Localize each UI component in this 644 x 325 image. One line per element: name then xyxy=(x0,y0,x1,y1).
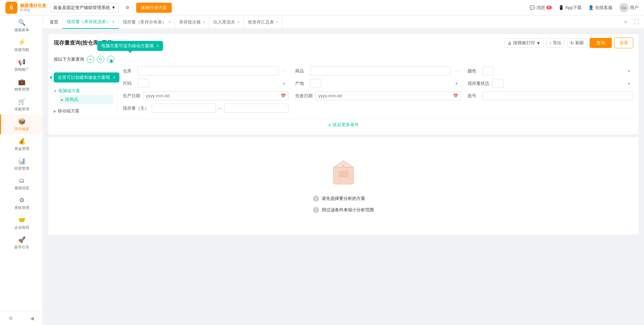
tab-receive-summary[interactable]: 收发存汇总表 × xyxy=(244,15,282,29)
sidebar-item-purchase[interactable]: 🛒 采购管理 xyxy=(0,95,43,114)
sidebar-item-label: 资金管理 xyxy=(14,146,29,151)
refresh-btn[interactable]: ↻ 刷新 xyxy=(567,38,587,48)
origin-label: 产地 xyxy=(295,80,307,87)
sidebar-collapse-btn[interactable]: ◀ xyxy=(28,314,37,322)
tab-inout-flow-close[interactable]: × xyxy=(237,20,239,24)
tab-inventory-status-close[interactable]: × xyxy=(112,20,114,24)
set-button[interactable]: 设置 xyxy=(614,38,633,48)
stock-qty-max[interactable] xyxy=(224,104,289,113)
tab-maximize-btn[interactable]: ⛶ xyxy=(632,18,641,26)
color-select[interactable] xyxy=(482,66,494,75)
sidebar-item-operation[interactable]: 📊 经营管理 xyxy=(0,154,43,174)
logo-icon: 6 xyxy=(5,2,17,14)
enterprise-icon: 🤝 xyxy=(18,216,25,224)
tab-home-label: 首页 xyxy=(50,19,58,25)
tab-batch-ledger[interactable]: 库存批次账 × xyxy=(175,15,209,29)
print-arrow-icon: ▼ xyxy=(536,41,541,46)
user-initial: Ea xyxy=(622,6,626,10)
filter-expire-date: 失效日期 xyxy=(295,91,461,100)
system-select[interactable]: 装备及固定资产辅助管理系统 ▼ xyxy=(50,3,119,12)
page-content: 现存量查询(按仓库+商品) 🖨 按模板打印 ▼ ↑ 导出 ↻ xyxy=(43,29,644,325)
color-label: 颜色 xyxy=(468,68,480,74)
add-tooltip-close[interactable]: × xyxy=(156,43,159,49)
desktop-scheme-arrow: ▼ xyxy=(54,89,57,93)
tab-inventory-dist[interactable]: 现存量（库存分布表） × xyxy=(119,15,175,29)
operation-icon: 📊 xyxy=(18,157,25,165)
warehouse-input[interactable] xyxy=(138,66,279,75)
svg-rect-2 xyxy=(338,171,348,177)
quick-nav-icon: ⚡ xyxy=(18,39,25,46)
system-select-arrow: ▼ xyxy=(111,5,116,10)
sidebar-item-sales[interactable]: 💼 销售管理 xyxy=(0,75,43,95)
filter-header: 按以下方案查询 + ↻ ← 电脑方案可设为移动方案哦 × xyxy=(54,56,633,63)
batch-input[interactable] xyxy=(482,91,633,100)
stock-qty-min[interactable] xyxy=(152,104,216,113)
tab-receive-summary-close[interactable]: × xyxy=(276,20,278,24)
warehouse-dots[interactable]: ··· xyxy=(281,68,288,74)
sidebar-item-enterprise[interactable]: 🤝 企业协同 xyxy=(0,213,43,233)
sidebar-item-finance[interactable]: 💰 资金管理 xyxy=(0,134,43,154)
collapse-label: 收起更多条件 xyxy=(333,122,359,128)
desktop-scheme-items: ▶ 按商品 xyxy=(54,95,113,104)
sidebar-item-search-menu[interactable]: 🔍 搜索菜单 xyxy=(0,15,43,35)
empty-steps: 1 请先选择要分析的方案 2 用过滤条件来缩小分析范围 xyxy=(313,194,374,214)
sidebar-item-label: 销售管理 xyxy=(14,87,29,92)
guide-icon: 🚀 xyxy=(18,236,25,243)
sales-icon: 💼 xyxy=(18,78,25,86)
sidebar-item-marketing[interactable]: 📢 营销推广 xyxy=(0,55,43,75)
collapse-btn[interactable]: ∧ 收起更多条件 xyxy=(328,122,359,128)
range-separator: — xyxy=(218,106,222,111)
sidebar-item-quick-nav[interactable]: ⚡ 快捷导航 xyxy=(0,35,43,55)
filter-panel: 按以下方案查询 + ↻ ← 电脑方案可设为移动方案哦 × xyxy=(48,52,639,134)
sidebar-item-label: 搜索菜单 xyxy=(14,28,29,33)
page-actions: 🖨 按模板打印 ▼ ↑ 导出 ↻ 刷新 查询 设置 xyxy=(504,38,633,48)
tab-inventory-dist-close[interactable]: × xyxy=(168,20,170,24)
print-template-btn[interactable]: 🖨 按模板打印 ▼ xyxy=(504,38,544,48)
tab-batch-ledger-close[interactable]: × xyxy=(203,20,205,24)
export-btn[interactable]: ↑ 导出 xyxy=(546,38,565,48)
goods-dots[interactable]: ··· xyxy=(454,68,461,74)
filter-stock-qty: 现存量（主） — xyxy=(123,104,288,113)
filter-row-4: 现存量（主） — xyxy=(123,104,633,113)
filter-refresh-btn[interactable]: ↻ xyxy=(97,56,104,63)
gear-button[interactable]: ⚙ xyxy=(123,3,132,12)
sidebar-item-inventory[interactable]: 📦 库存核算 xyxy=(0,114,43,134)
trial-button[interactable]: 体验行业方案 xyxy=(136,3,172,13)
stock-status-select[interactable] xyxy=(492,79,503,88)
tab-close-all-btn[interactable]: × xyxy=(622,18,629,26)
filter-body: 这里可以创建和修改方案哦 × ▼ 电脑端方案 xyxy=(54,66,633,116)
produce-date-input[interactable] xyxy=(143,91,288,100)
sidebar-item-guide[interactable]: 🚀 新手引导 xyxy=(0,233,43,253)
mobile-scheme-section: ▶ 移动端方案 xyxy=(54,107,113,115)
scheme-item-goods[interactable]: ▶ 按商品 xyxy=(59,95,113,104)
avatar: Ea xyxy=(619,3,629,12)
user-item[interactable]: Ea 用户 xyxy=(619,3,639,12)
filter-add-btn[interactable]: + xyxy=(87,56,94,63)
tab-home[interactable]: 首页 xyxy=(46,15,63,29)
tab-inout-flow[interactable]: 出入库流水 × xyxy=(209,15,244,29)
sidebar-item-basic[interactable]: 🗂 基础信息 xyxy=(0,174,43,193)
sidebar-item-system[interactable]: ⚙ 系统管理 xyxy=(0,193,43,213)
filter-origin: 产地 xyxy=(295,79,461,88)
edit-tooltip-text: 这里可以创建和修改方案哦 xyxy=(58,74,110,80)
sidebar-setting-btn[interactable]: ⚙ xyxy=(6,314,16,322)
online-service-item[interactable]: 👤 在线客服 xyxy=(588,5,612,11)
edit-tooltip: 这里可以创建和修改方案哦 × xyxy=(54,72,119,83)
filter-warehouse: 仓库 ··· xyxy=(123,66,288,75)
edit-tooltip-close[interactable]: × xyxy=(113,75,115,80)
origin-select[interactable] xyxy=(310,79,321,88)
search-button[interactable]: 查询 xyxy=(590,38,612,48)
batch-label: 批号 xyxy=(468,93,480,99)
gear-icon: ⚙ xyxy=(125,5,129,10)
mobile-scheme-toggle[interactable]: ▶ 移动端方案 xyxy=(54,107,113,115)
stock-status-label: 现存量状态 xyxy=(468,80,489,87)
expire-date-input[interactable] xyxy=(315,91,461,100)
message-item[interactable]: 💬 消息 6 xyxy=(530,5,552,11)
add-tooltip: 电脑方案可设为移动方案哦 × xyxy=(97,41,163,51)
goods-input[interactable] xyxy=(310,66,451,75)
size-select[interactable] xyxy=(138,79,149,88)
desktop-scheme-toggle[interactable]: ▼ 电脑端方案 xyxy=(54,87,113,95)
tab-inventory-status[interactable]: 现存量（库存状况表） × xyxy=(63,15,119,29)
app-download-item[interactable]: 📱 App下载 xyxy=(558,5,582,11)
marketing-icon: 📢 xyxy=(18,58,25,66)
